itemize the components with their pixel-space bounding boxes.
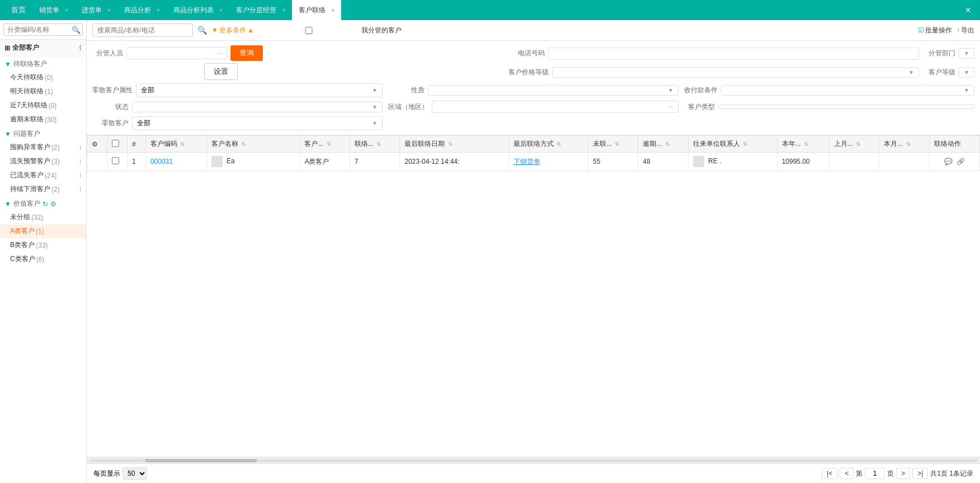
sidebar-item-overdue-contact[interactable]: 逾期未联络 (30) — [0, 112, 86, 126]
nav-customer-contact[interactable]: 客户联络 × — [292, 0, 341, 20]
filter-zero-cust: 零散客户 全部 ▼ — [92, 116, 383, 130]
sidebar-item-declining[interactable]: 持续下滑客户 (2) ℹ — [0, 182, 86, 196]
sidebar-item-hoarding[interactable]: 囤购异常客户 (2) ℹ — [0, 140, 86, 154]
info-icon-churn-warning[interactable]: ℹ — [79, 158, 82, 164]
info-icon-declining[interactable]: ℹ — [79, 186, 82, 192]
sidebar-search-input[interactable] — [3, 23, 83, 36]
search-input[interactable] — [92, 23, 193, 37]
more-filter-button[interactable]: ▼ 更多条件 ▲ — [211, 26, 254, 35]
filter-cust-grade-select[interactable]: ▼ — [959, 67, 974, 78]
table-col-code[interactable]: 客户编码 ⇅ — [145, 136, 206, 153]
close-customer-tier-icon[interactable]: × — [282, 7, 285, 13]
row-action[interactable]: 💬 🔗 — [929, 153, 979, 171]
window-close-button[interactable]: × — [960, 4, 976, 16]
batch-op-button[interactable]: ☑ 批量操作 — [918, 26, 952, 35]
filter-dept: 分管部门 ▼ — [925, 45, 974, 62]
sidebar-item-class-b[interactable]: B类客户 (33) — [0, 238, 86, 252]
last-page-button[interactable]: >| — [912, 468, 928, 479]
table-col-last-month[interactable]: 上月... ⇅ — [829, 136, 879, 153]
last-method-link[interactable]: 下销货单 — [513, 158, 540, 165]
collapse-icon[interactable]: 《 — [76, 44, 82, 52]
info-icon-churned[interactable]: ℹ — [79, 172, 82, 178]
search-button[interactable]: 🔍 — [197, 26, 207, 35]
close-analysis-icon[interactable]: × — [157, 7, 160, 13]
contact-link-icon[interactable]: 🔗 — [957, 158, 965, 165]
sidebar-item-today[interactable]: 今天待联络 (0) — [0, 70, 86, 84]
scrollbar-track — [89, 459, 978, 462]
filter-zero-cust-select[interactable]: 全部 ▼ — [132, 116, 383, 130]
filter-region-select[interactable]: ··· — [432, 101, 679, 113]
filter-dept-arrow: ▼ — [964, 50, 969, 56]
table-col-type[interactable]: 客户... ⇅ — [300, 136, 350, 153]
table-col-overdue[interactable]: 逾期... ⇅ — [638, 136, 688, 153]
sidebar-item-churned[interactable]: 已流失客户 (24) ℹ — [0, 168, 86, 182]
sidebar-item-class-c[interactable]: C类客户 (6) — [0, 252, 86, 266]
table-col-last-method[interactable]: 最后联络方式 ⇅ — [508, 136, 588, 153]
contact-chat-icon[interactable]: 💬 — [944, 158, 953, 165]
next-page-button[interactable]: > — [896, 468, 910, 479]
sidebar-group-value[interactable]: ▼ 价值客户 ↻ ⚙ — [0, 196, 86, 210]
filter-phone: 电话号码 — [508, 45, 919, 62]
close-analysis-list-icon[interactable]: × — [219, 7, 223, 13]
prev-page-button[interactable]: < — [840, 468, 854, 479]
export-button[interactable]: ↑ 导出 — [957, 26, 974, 35]
info-icon-hoarding[interactable]: ℹ — [79, 144, 82, 150]
row-last-method[interactable]: 下销货单 — [508, 153, 588, 171]
close-purchase-icon[interactable]: × — [107, 7, 111, 13]
select-all-checkbox[interactable] — [112, 140, 119, 147]
table-col-unit-contact[interactable]: 往来单位联系人 ⇅ — [688, 136, 777, 153]
horizontal-scrollbar[interactable] — [87, 457, 980, 463]
settings-button[interactable]: 设置 — [204, 63, 238, 80]
close-sales-icon[interactable]: × — [65, 7, 68, 13]
table-col-this-year[interactable]: 本年... ⇅ — [777, 136, 829, 153]
close-customer-contact-icon[interactable]: × — [331, 7, 334, 13]
filter-payment-select[interactable]: ▼ — [721, 85, 974, 96]
nav-home[interactable]: 首页 — [4, 0, 32, 20]
filter-payment-label: 收付款条件 — [684, 86, 718, 95]
filter-price-grade-select[interactable]: ▼ — [552, 67, 919, 78]
my-customers-checkbox[interactable] — [258, 27, 359, 34]
filter-phone-input[interactable] — [553, 50, 914, 58]
nav-purchase[interactable]: 进货单 × — [75, 0, 117, 20]
my-customers-checkbox-label[interactable]: 我分管的客户 — [258, 26, 402, 35]
sidebar-item-class-a[interactable]: A类客户 (1) — [0, 224, 86, 238]
sidebar-search-icon[interactable]: 🔍 — [72, 26, 81, 34]
table-settings-col[interactable]: ⚙ — [87, 136, 107, 153]
filter-nature-select[interactable]: ▼ — [428, 85, 679, 96]
filter-manager-select[interactable]: ··· — [126, 47, 227, 59]
query-button[interactable]: 查询 — [230, 45, 263, 61]
row-select-checkbox[interactable] — [112, 157, 119, 164]
page-size-select[interactable]: 50 — [123, 467, 147, 480]
filter-zero-attr-select[interactable]: 全部 ▼ — [136, 83, 383, 97]
sidebar-group-problem[interactable]: ▼ 问题客户 — [0, 126, 86, 140]
settings-icon[interactable]: ⚙ — [50, 200, 56, 208]
scrollbar-thumb[interactable] — [145, 459, 257, 462]
page-number-input[interactable] — [865, 468, 885, 479]
table-col-this-month[interactable]: 本月... ⇅ — [879, 136, 929, 153]
sidebar-item-7days[interactable]: 近7天待联络 (0) — [0, 98, 86, 112]
sidebar-item-churn-warning[interactable]: 流失预警客户 (3) ℹ — [0, 154, 86, 168]
filter-status-select[interactable]: ▼ — [132, 102, 383, 112]
sidebar-group-pending[interactable]: ▼ 待联络客户 — [0, 56, 86, 70]
row-checkbox[interactable] — [107, 153, 128, 171]
sidebar-all-customers[interactable]: ⊞ 全部客户 《 — [0, 40, 86, 56]
top-nav: 首页 销货单 × 进货单 × 商品分析 × 商品分析列表 × 客户分层经营 × … — [0, 0, 980, 20]
table-col-contact[interactable]: 联络... ⇅ — [350, 136, 399, 153]
sidebar-item-tomorrow[interactable]: 明天待联络 (1) — [0, 84, 86, 98]
first-page-button[interactable]: |< — [822, 468, 837, 479]
table-col-no-contact[interactable]: 未联... ⇅ — [588, 136, 638, 153]
nav-analysis[interactable]: 商品分析 × — [117, 0, 167, 20]
table-checkbox-col[interactable] — [107, 136, 128, 153]
sidebar-item-ungroups[interactable]: 未分组 (32) — [0, 210, 86, 224]
row-code[interactable]: 000031 — [145, 153, 206, 171]
filter-cust-type-select[interactable] — [718, 105, 974, 109]
table-col-last-date[interactable]: 最后联络日期 ⇅ — [400, 136, 509, 153]
nav-analysis-list[interactable]: 商品分析列表 × — [167, 0, 229, 20]
nav-customer-tier[interactable]: 客户分层经营 × — [229, 0, 292, 20]
table-col-name[interactable]: 客户名称 ⇅ — [206, 136, 300, 153]
filter-dept-select[interactable]: ▼ — [959, 48, 974, 59]
table-col-action: 联络动作 — [929, 136, 979, 153]
nav-sales[interactable]: 销货单 × — [32, 0, 75, 20]
row-settings — [87, 153, 107, 171]
refresh-icon[interactable]: ↻ — [43, 200, 48, 208]
